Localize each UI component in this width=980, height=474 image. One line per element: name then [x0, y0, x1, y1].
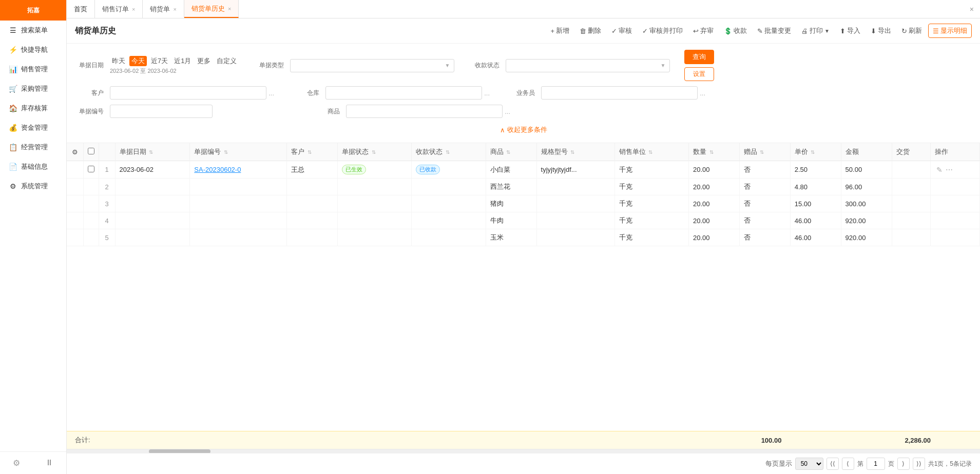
quick-nav-icon: ⚡	[9, 46, 17, 54]
customer-dots[interactable]: ...	[268, 89, 274, 97]
batch-change-button[interactable]: ✎ 批量变更	[753, 24, 795, 37]
date-btn-today[interactable]: 今天	[129, 56, 147, 66]
row-sales-unit: 千克	[614, 195, 688, 212]
import-icon: ⬆	[840, 27, 846, 35]
row-doc-no	[190, 229, 287, 246]
next-page-btn[interactable]: ⟩	[897, 458, 910, 470]
abandon-button[interactable]: ↩ 弃审	[689, 24, 718, 37]
row-doc-no-link[interactable]: SA-20230602-0	[194, 166, 241, 173]
col-customer[interactable]: 客户 ⇅	[287, 143, 338, 161]
page-size-select[interactable]: 50 20 100	[795, 458, 823, 470]
row-doc-date	[115, 195, 190, 212]
date-btn-1month[interactable]: 近1月	[172, 56, 193, 66]
tab-sales-order-close[interactable]: ×	[132, 6, 135, 12]
content-area: 销货单历史 + 新增 🗑 删除 ✓ 审核 ✓ 审核并打印	[67, 18, 980, 474]
export-button[interactable]: ⬇ 导出	[867, 24, 895, 37]
row-checkbox-input[interactable]	[88, 166, 94, 172]
refresh-button[interactable]: ↻ 刷新	[897, 24, 926, 37]
col-payment-status-label: 收款状态	[416, 148, 443, 155]
delete-button[interactable]: 🗑 删除	[575, 24, 605, 37]
sidebar-settings-btn[interactable]: ⚙	[11, 456, 22, 470]
last-page-btn[interactable]: ⟩⟩	[913, 458, 925, 470]
audit-print-button[interactable]: ✓ 审核并打印	[638, 24, 687, 37]
col-doc-date[interactable]: 单据日期 ⇅	[115, 143, 190, 161]
collapse-button[interactable]: ∧ 收起更多条件	[75, 123, 972, 136]
col-customer-label: 客户	[291, 148, 304, 155]
audit-button[interactable]: ✓ 审核	[607, 24, 636, 37]
row-quantity: 20.00	[688, 195, 739, 212]
tab-sales-delivery[interactable]: 销货单 ×	[143, 0, 184, 18]
current-page-input[interactable]	[867, 458, 885, 470]
payment-status-label: 收款状态	[471, 61, 499, 70]
tab-bar-close-btn[interactable]: ×	[964, 5, 980, 13]
sidebar-item-basic-info[interactable]: 📄 基础信息	[0, 157, 66, 176]
row-edit-btn[interactable]: ✎	[935, 166, 944, 174]
sidebar-item-operation[interactable]: 📋 经营管理	[0, 137, 66, 157]
row-delivery	[892, 161, 930, 179]
row-sales-unit: 千克	[614, 161, 688, 179]
col-sales-unit[interactable]: 销售单位 ⇅	[614, 143, 688, 161]
date-quick-btns: 昨天 今天 近7天 近1月 更多 自定义	[110, 56, 239, 66]
sidebar-item-quick-nav[interactable]: ⚡ 快捷导航	[0, 40, 66, 60]
warehouse-dots[interactable]: ...	[484, 89, 490, 97]
payment-status-select[interactable]: ▼	[506, 59, 670, 72]
col-doc-no[interactable]: 单据编号 ⇅	[190, 143, 287, 161]
prev-page-btn[interactable]: ⟨	[842, 458, 854, 470]
date-range: 昨天 今天 近7天 近1月 更多 自定义 2023-06-02 至 2023-0…	[110, 56, 239, 75]
collect-button[interactable]: 💲 收款	[720, 24, 751, 37]
sidebar-item-purchase-mgmt[interactable]: 🛒 采购管理	[0, 79, 66, 98]
col-quantity[interactable]: 数量 ⇅	[688, 143, 739, 161]
col-goods[interactable]: 商品 ⇅	[486, 143, 536, 161]
row-more-btn[interactable]: ⋯	[944, 166, 954, 174]
delete-icon: 🗑	[580, 27, 586, 35]
tab-home[interactable]: 首页	[67, 0, 95, 18]
col-doc-date-sort: ⇅	[149, 149, 153, 155]
horizontal-scrollbar[interactable]	[67, 449, 980, 453]
col-unit-price[interactable]: 单价 ⇅	[790, 143, 841, 161]
show-detail-button[interactable]: ☰ 显示明细	[928, 24, 972, 38]
goods-input[interactable]	[346, 105, 503, 118]
tab-sales-history-close[interactable]: ×	[228, 6, 231, 12]
date-btn-more[interactable]: 更多	[195, 56, 213, 66]
doc-no-input[interactable]	[110, 105, 213, 118]
customer-input[interactable]	[110, 86, 266, 100]
select-all-checkbox[interactable]	[88, 148, 94, 154]
date-value: 2023-06-02 至 2023-06-02	[110, 67, 239, 75]
salesperson-dots[interactable]: ...	[700, 89, 705, 97]
sidebar-item-label: 销售管理	[21, 65, 48, 74]
sidebar-item-label: 资金管理	[21, 123, 48, 132]
first-page-btn[interactable]: ⟨⟨	[827, 458, 839, 470]
col-payment-status[interactable]: 收款状态 ⇅	[412, 143, 486, 161]
sidebar-item-finance[interactable]: 💰 资金管理	[0, 118, 66, 137]
col-gift[interactable]: 赠品 ⇅	[739, 143, 790, 161]
col-doc-status[interactable]: 单据状态 ⇅	[338, 143, 412, 161]
salesperson-input[interactable]	[541, 86, 698, 100]
col-gear[interactable]: ⚙	[67, 143, 83, 161]
import-button[interactable]: ⬆ 导入	[836, 24, 864, 37]
warehouse-input[interactable]	[325, 86, 482, 100]
sidebar-collapse-btn[interactable]: ⏸	[43, 456, 55, 470]
tab-sales-delivery-close[interactable]: ×	[173, 6, 176, 12]
col-sales-unit-sort: ⇅	[648, 149, 652, 155]
setting-button[interactable]: 设置	[684, 67, 714, 81]
new-button[interactable]: + 新增	[547, 24, 574, 37]
row-unit-price: 46.00	[790, 212, 841, 229]
system-icon: ⚙	[9, 182, 17, 190]
date-btn-custom[interactable]: 自定义	[215, 56, 239, 66]
sidebar-item-sales-mgmt[interactable]: 📊 销售管理	[0, 60, 66, 79]
sidebar-item-inventory[interactable]: 🏠 库存核算	[0, 98, 66, 118]
tab-sales-history[interactable]: 销货单历史 ×	[184, 0, 239, 18]
doc-type-select[interactable]: ▼	[290, 59, 454, 72]
sidebar-item-system[interactable]: ⚙ 系统管理	[0, 176, 66, 196]
sidebar-item-search-menu[interactable]: ☰ 搜索菜单	[0, 21, 66, 40]
goods-dots[interactable]: ...	[505, 108, 510, 115]
query-button[interactable]: 查询	[684, 50, 714, 64]
row-customer	[287, 195, 338, 212]
gear-icon[interactable]: ⚙	[72, 148, 78, 156]
date-btn-7days[interactable]: 近7天	[149, 56, 170, 66]
tab-sales-order[interactable]: 销售订单 ×	[95, 0, 143, 18]
date-btn-yesterday[interactable]: 昨天	[110, 56, 127, 66]
page-size-label: 每页显示	[765, 459, 792, 468]
col-spec[interactable]: 规格型号 ⇅	[536, 143, 614, 161]
print-button[interactable]: 🖨 打印 ▼	[797, 24, 834, 37]
